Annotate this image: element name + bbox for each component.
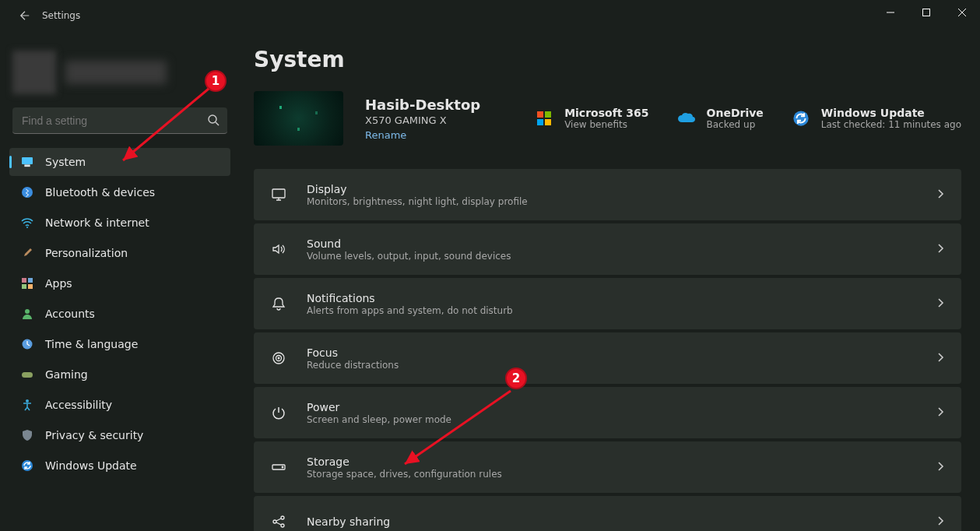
onedrive-icon bbox=[676, 107, 697, 129]
update-icon bbox=[790, 107, 812, 129]
svg-point-13 bbox=[26, 399, 29, 403]
setting-nearby-sharing[interactable]: Nearby sharing bbox=[254, 496, 961, 531]
sidebar-item-label: Network & internet bbox=[45, 216, 149, 229]
gaming-icon bbox=[20, 367, 34, 382]
sidebar-item-windows-update[interactable]: Windows Update bbox=[9, 452, 230, 480]
setting-focus[interactable]: FocusReduce distractions bbox=[254, 332, 961, 384]
sidebar-item-label: Accounts bbox=[45, 308, 95, 320]
svg-rect-3 bbox=[25, 165, 30, 167]
sidebar-item-label: Windows Update bbox=[45, 459, 137, 472]
chevron-right-icon bbox=[935, 406, 946, 420]
setting-subtitle: Volume levels, output, input, sound devi… bbox=[307, 251, 935, 262]
sidebar-item-label: Privacy & security bbox=[45, 429, 143, 441]
apps-icon bbox=[20, 276, 34, 290]
sidebar-item-bluetooth-devices[interactable]: Bluetooth & devices bbox=[9, 178, 230, 206]
chevron-right-icon bbox=[935, 242, 946, 257]
svg-point-14 bbox=[22, 460, 33, 471]
focus-icon bbox=[268, 350, 290, 366]
setting-sound[interactable]: SoundVolume levels, output, input, sound… bbox=[254, 223, 961, 275]
setting-title: Sound bbox=[307, 237, 935, 250]
avatar bbox=[12, 51, 56, 94]
service-title: Microsoft 365 bbox=[564, 107, 648, 119]
chevron-right-icon bbox=[935, 188, 946, 202]
person-icon bbox=[20, 307, 34, 321]
chevron-right-icon bbox=[935, 351, 946, 366]
rename-link[interactable]: Rename bbox=[365, 129, 480, 141]
service-title: Windows Update bbox=[821, 107, 961, 119]
sidebar-item-accounts[interactable]: Accounts bbox=[9, 300, 230, 328]
setting-storage[interactable]: StorageStorage space, drives, configurat… bbox=[254, 441, 961, 493]
svg-point-28 bbox=[281, 524, 284, 527]
back-button[interactable] bbox=[16, 6, 34, 25]
device-text: Hasib-Desktop X570 GAMING X Rename bbox=[365, 97, 480, 141]
clock-icon bbox=[20, 337, 34, 351]
svg-rect-0 bbox=[923, 9, 930, 16]
annotation-arrow-2 bbox=[397, 383, 529, 476]
chevron-right-icon bbox=[935, 297, 946, 311]
svg-line-29 bbox=[123, 89, 209, 160]
accessibility-icon bbox=[20, 398, 34, 412]
display-icon bbox=[268, 187, 290, 202]
page-title: System bbox=[254, 47, 961, 72]
brush-icon bbox=[20, 246, 34, 260]
svg-point-27 bbox=[281, 516, 284, 519]
svg-rect-15 bbox=[537, 111, 543, 118]
bell-icon bbox=[268, 296, 290, 311]
sidebar-item-privacy-security[interactable]: Privacy & security bbox=[9, 421, 230, 449]
setting-notifications[interactable]: NotificationsAlerts from apps and system… bbox=[254, 278, 961, 329]
sidebar-item-label: Bluetooth & devices bbox=[45, 186, 155, 199]
shield-icon bbox=[20, 428, 34, 442]
maximize-button[interactable] bbox=[908, 0, 944, 25]
sidebar-item-network-internet[interactable]: Network & internet bbox=[9, 209, 230, 237]
setting-title: Nearby sharing bbox=[307, 515, 935, 528]
sidebar-item-label: Apps bbox=[45, 277, 72, 290]
device-name: Hasib-Desktop bbox=[365, 97, 480, 113]
svg-rect-7 bbox=[28, 278, 33, 283]
setting-title: Notifications bbox=[307, 292, 935, 304]
sidebar-item-label: System bbox=[45, 156, 86, 168]
setting-subtitle: Reduce distractions bbox=[307, 360, 935, 371]
ms365-icon bbox=[533, 107, 555, 129]
svg-point-23 bbox=[278, 357, 279, 359]
main: System Hasib-Desktop X570 GAMING X Renam… bbox=[240, 31, 980, 531]
close-button[interactable] bbox=[944, 0, 980, 25]
setting-subtitle: Alerts from apps and system, do not dist… bbox=[307, 305, 935, 316]
minimize-button[interactable] bbox=[873, 0, 908, 25]
svg-point-10 bbox=[25, 309, 30, 314]
sidebar-item-personalization[interactable]: Personalization bbox=[9, 239, 230, 267]
chevron-right-icon bbox=[935, 515, 946, 529]
svg-point-5 bbox=[26, 227, 28, 228]
update-icon bbox=[20, 459, 34, 473]
sidebar-item-accessibility[interactable]: Accessibility bbox=[9, 391, 230, 419]
nav: SystemBluetooth & devicesNetwork & inter… bbox=[9, 148, 230, 480]
svg-point-25 bbox=[282, 466, 283, 468]
sidebar-item-apps[interactable]: Apps bbox=[9, 269, 230, 297]
sound-icon bbox=[268, 241, 290, 257]
svg-rect-8 bbox=[22, 284, 26, 289]
sidebar-item-label: Accessibility bbox=[45, 399, 112, 411]
share-icon bbox=[268, 514, 290, 529]
svg-rect-12 bbox=[22, 372, 33, 378]
sidebar-item-label: Time & language bbox=[45, 338, 138, 350]
sidebar-item-gaming[interactable]: Gaming bbox=[9, 360, 230, 389]
device-wallpaper[interactable] bbox=[254, 91, 343, 146]
setting-power[interactable]: PowerScreen and sleep, power mode bbox=[254, 387, 961, 438]
sidebar-item-time-language[interactable]: Time & language bbox=[9, 330, 230, 358]
svg-rect-9 bbox=[28, 284, 33, 289]
svg-rect-18 bbox=[545, 119, 551, 125]
svg-rect-20 bbox=[272, 189, 285, 198]
service-onedrive[interactable]: OneDriveBacked up bbox=[676, 107, 764, 130]
svg-rect-2 bbox=[22, 157, 33, 164]
setting-display[interactable]: DisplayMonitors, brightness, night light… bbox=[254, 169, 961, 220]
user-name-blurred bbox=[65, 61, 167, 84]
sidebar-item-label: Personalization bbox=[45, 247, 128, 259]
svg-line-30 bbox=[405, 391, 511, 464]
setting-title: Display bbox=[307, 183, 935, 195]
service-microsoft-[interactable]: Microsoft 365View benefits bbox=[533, 107, 648, 130]
monitor-icon bbox=[20, 155, 34, 169]
service-subtitle: View benefits bbox=[564, 119, 648, 130]
settings-list: DisplayMonitors, brightness, night light… bbox=[254, 169, 961, 531]
service-windows-update[interactable]: Windows UpdateLast checked: 11 minutes a… bbox=[790, 107, 961, 130]
svg-point-26 bbox=[273, 520, 276, 523]
wifi-icon bbox=[20, 216, 34, 230]
